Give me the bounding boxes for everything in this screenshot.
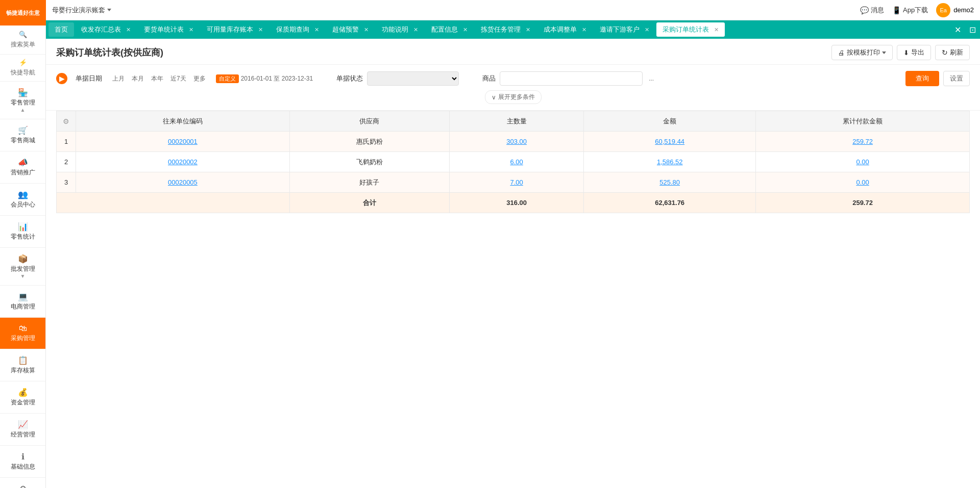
tab-inventory-account[interactable]: 可用量库存账本 ✕ (201, 22, 269, 37)
sidebar-item-operations[interactable]: 📈 经营管理 (0, 414, 45, 446)
retail-arrow: ▲ (20, 107, 26, 113)
sidebar-item-retail-stat[interactable]: 📊 零售统计 (0, 216, 45, 248)
tab-invite-downstream-label: 邀请下游客户 (600, 25, 640, 34)
row-amount[interactable]: 1,586.52 (584, 152, 756, 172)
date-option-last-month[interactable]: 上月 (110, 73, 127, 84)
tab-inventory-account-close[interactable]: ✕ (258, 27, 263, 33)
settings-button[interactable]: 设置 (943, 71, 970, 86)
topbar-user[interactable]: Ea demo2 (936, 3, 974, 17)
account-switcher[interactable]: 母婴行业演示账套 (52, 6, 111, 15)
tab-overstock-close[interactable]: ✕ (364, 27, 369, 33)
tab-expiry-query-close[interactable]: ✕ (314, 27, 319, 33)
expand-icon: ∨ (492, 94, 496, 101)
footer-paid: 259.72 (756, 193, 970, 213)
nav-tabs: 首页 收发存汇总表 ✕ 要货单统计表 ✕ 可用量库存账本 ✕ 保质期查询 ✕ 超… (46, 20, 980, 39)
column-settings-icon[interactable] (63, 118, 69, 125)
inventory-icon: 📋 (18, 355, 28, 365)
sidebar-item-purchase[interactable]: 🛍 采购管理 (0, 318, 45, 349)
query-button[interactable]: 查询 (905, 71, 939, 86)
table-row[interactable]: 3 00020005 好孩子 7.00 525.80 0.00 (57, 172, 970, 193)
sidebar-item-quicknav[interactable]: ⚡ 快捷导航 (0, 55, 45, 82)
row-paid[interactable]: 259.72 (756, 132, 970, 152)
custom-date-tag: 自定义 (216, 74, 239, 83)
tab-pick-task[interactable]: 拣货任务管理 ✕ (475, 22, 536, 37)
msg-icon (860, 6, 869, 14)
topbar: 母婴行业演示账套 消息 App下载 Ea demo2 (46, 0, 980, 20)
tab-pick-task-close[interactable]: ✕ (526, 27, 530, 33)
row-code[interactable]: 00020002 (76, 152, 290, 172)
row-qty[interactable]: 6.00 (449, 152, 583, 172)
row-code[interactable]: 00020001 (76, 132, 290, 152)
tab-purchase-stat-close[interactable]: ✕ (714, 27, 719, 33)
sidebar-item-shop[interactable]: 🛒 零售商城 (0, 119, 45, 151)
sidebar-item-system[interactable]: ⚙ 系统管理 (0, 478, 45, 488)
goods-filter-label: 商品 (482, 74, 496, 83)
sidebar-item-wholesale[interactable]: 📦 批发管理 ▼ (0, 248, 45, 286)
row-amount[interactable]: 60,519.44 (584, 132, 756, 152)
retail-label: 零售管理 (11, 98, 35, 107)
row-code[interactable]: 00020005 (76, 172, 290, 193)
date-option-7days[interactable]: 近7天 (168, 73, 188, 84)
date-option-this-year[interactable]: 本年 (149, 73, 165, 84)
sidebar-item-retail[interactable]: 🏪 零售管理 ▲ (0, 82, 45, 119)
restore-tab-btn[interactable]: ⊡ (967, 24, 978, 36)
sidebar-item-finance[interactable]: 💰 资金管理 (0, 381, 45, 414)
tab-goods-stat[interactable]: 要货单统计表 ✕ (138, 22, 200, 37)
filter-expand-btn[interactable]: ∨ 展开更多条件 (485, 90, 542, 104)
table-row[interactable]: 2 00020002 飞鹤奶粉 6.00 1,586.52 0.00 (57, 152, 970, 172)
marketing-icon: 📣 (18, 158, 28, 167)
tab-goods-stat-label: 要货单统计表 (144, 25, 184, 34)
print-button[interactable]: 按模板打印 (831, 45, 893, 60)
tab-invite-downstream-close[interactable]: ✕ (645, 27, 649, 33)
sidebar-item-search[interactable]: 🔍 搜索英单 (0, 25, 45, 55)
tab-func-desc[interactable]: 功能说明 ✕ (376, 22, 424, 37)
tab-purchase-stat[interactable]: 采购订单统计表 ✕ (656, 22, 725, 37)
tab-overstock[interactable]: 超储预警 ✕ (326, 22, 375, 37)
operations-label: 经营管理 (11, 430, 35, 439)
logo-text: 畅捷通好生意 (6, 9, 40, 16)
sidebar-item-marketing[interactable]: 📣 营销推广 (0, 151, 45, 184)
filter-toggle-btn[interactable]: ▶ (56, 73, 67, 84)
tab-config-info-close[interactable]: ✕ (463, 27, 468, 33)
date-option-more[interactable]: 更多 (191, 73, 208, 84)
sidebar-item-member[interactable]: 👥 会员中心 (0, 184, 45, 216)
row-paid[interactable]: 0.00 (756, 152, 970, 172)
date-range-value: 2016-01-01 至 2023-12-31 (241, 74, 313, 83)
row-qty[interactable]: 303.00 (449, 132, 583, 152)
topbar-msg-btn[interactable]: 消息 (860, 6, 884, 15)
sidebar-item-ecommerce[interactable]: 💻 电商管理 (0, 286, 45, 318)
tab-invite-downstream[interactable]: 邀请下游客户 ✕ (594, 22, 655, 37)
tab-income-expense[interactable]: 收发存汇总表 ✕ (75, 22, 137, 37)
sidebar-item-inventory[interactable]: 📋 库存核算 (0, 349, 45, 381)
tab-income-expense-close[interactable]: ✕ (126, 27, 131, 33)
tab-purchase-stat-label: 采购订单统计表 (663, 25, 709, 34)
tab-func-desc-label: 功能说明 (382, 25, 408, 34)
tab-home[interactable]: 首页 (48, 22, 74, 37)
tab-cost-adjust-close[interactable]: ✕ (582, 27, 586, 33)
more-filter-btn[interactable]: ... (649, 75, 654, 82)
date-option-this-month[interactable]: 本月 (130, 73, 146, 84)
row-amount[interactable]: 525.80 (584, 172, 756, 193)
table-container: 往来单位编码 供应商 主数量 金额 累计付款金额 1 00020001 惠氏奶粉… (46, 111, 980, 223)
sidebar-item-basic[interactable]: ℹ 基础信息 (0, 446, 45, 478)
status-filter-label: 单据状态 (336, 74, 363, 83)
tab-expiry-query[interactable]: 保质期查询 ✕ (270, 22, 325, 37)
footer-empty (57, 193, 290, 213)
goods-input[interactable] (500, 71, 643, 86)
row-qty[interactable]: 7.00 (449, 172, 583, 193)
tab-config-info[interactable]: 配置信息 ✕ (425, 22, 474, 37)
row-paid[interactable]: 0.00 (756, 172, 970, 193)
topbar-app-btn[interactable]: App下载 (892, 6, 928, 15)
tab-expiry-query-label: 保质期查询 (276, 25, 309, 34)
close-tab-btn[interactable]: ✕ (952, 24, 963, 36)
table-row[interactable]: 1 00020001 惠氏奶粉 303.00 60,519.44 259.72 (57, 132, 970, 152)
tab-cost-adjust[interactable]: 成本调整单 ✕ (537, 22, 593, 37)
export-button[interactable]: 导出 (897, 45, 931, 60)
retail-stat-label: 零售统计 (11, 233, 35, 241)
refresh-button[interactable]: 刷新 (935, 45, 970, 60)
status-select[interactable] (367, 71, 459, 86)
nav-tabs-actions: ✕ ⊡ (952, 24, 978, 36)
table-col-qty: 主数量 (449, 111, 583, 132)
tab-goods-stat-close[interactable]: ✕ (189, 27, 193, 33)
tab-func-desc-close[interactable]: ✕ (413, 27, 418, 33)
